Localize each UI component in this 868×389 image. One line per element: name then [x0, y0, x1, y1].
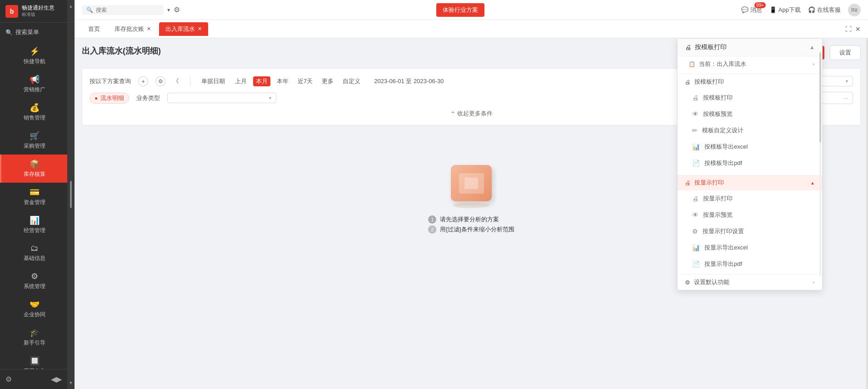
quicknav-label: 快捷导航: [24, 58, 45, 65]
header-settings-icon[interactable]: ⚙: [174, 5, 180, 14]
tab-flow[interactable]: 出入库流水 ✕: [159, 22, 208, 36]
page-scroll-indicator: [866, 38, 868, 389]
dropdown-footer[interactable]: ⚙ 设置默认功能 ▾: [678, 274, 822, 290]
step1-text: 请先选择要分析的方案: [440, 215, 499, 224]
guide-label: 新手引导: [24, 339, 45, 347]
dropdown-header: 🖨 按模板打印 ▲: [678, 39, 822, 56]
header-dropdown-arrow[interactable]: ▾: [167, 7, 170, 13]
sidebar-item-marketing[interactable]: 📢 营销推广: [0, 70, 67, 98]
sidebar-item-sales[interactable]: 💰 销售管理: [0, 98, 67, 126]
item-display-pdf-icon: 📄: [692, 260, 700, 268]
tab-maximize-icon[interactable]: ⛶: [845, 25, 852, 33]
top-header: 🔍 ▾ ⚙ 体验行业方案 💬 消息 99+ 📱 App下载 🎧: [75, 0, 868, 20]
dropdown-item-template-pdf[interactable]: 📄 按模板导出pdf: [678, 155, 822, 171]
guide-icon: 🎓: [30, 328, 40, 338]
message-badge: 99+: [754, 2, 766, 8]
apps-icon: 🔲: [30, 356, 40, 366]
dropdown-item-display-print[interactable]: 🖨 按显示打印: [678, 190, 822, 207]
search-label: 搜索菜单: [15, 28, 39, 36]
sidebar-item-base[interactable]: 🗂 基础信息: [0, 239, 67, 267]
sidebar-item-operation[interactable]: 📊 经营管理: [0, 211, 67, 239]
panel-scrollbar-track: [819, 52, 821, 276]
sidebar-scroll-down[interactable]: ▼: [69, 380, 73, 385]
tab-batch[interactable]: 库存批次账 ✕: [108, 22, 157, 36]
filter-settings-button[interactable]: ⚙: [155, 76, 165, 86]
shortcut-last-month[interactable]: 上月: [232, 76, 249, 86]
app-name: 畅捷通好生意: [22, 5, 55, 12]
dropdown-item-display-settings[interactable]: ⚙ 按显示打印设置: [678, 223, 822, 239]
app-download-item[interactable]: 📱 App下载: [769, 6, 801, 14]
system-icon: ⚙: [31, 271, 38, 281]
display-print-header[interactable]: 🖨 按显示打印 ▲: [678, 175, 822, 190]
phone-icon: 📱: [769, 6, 777, 13]
set-button[interactable]: 设置: [830, 45, 861, 60]
footer-arrow: ▾: [813, 280, 815, 285]
item-template-customize-label: 模板自定义设计: [702, 126, 743, 135]
inventory-label: 库存核算: [24, 170, 45, 178]
item-display-excel-label: 按显示导出excel: [704, 244, 748, 252]
empty-illustration: [444, 158, 499, 208]
collab-icon: 🤝: [30, 299, 40, 309]
shortcut-this-month[interactable]: 本月: [253, 76, 270, 86]
collapse-sidebar-icon[interactable]: ◀▶: [51, 375, 62, 384]
item-display-print-label: 按显示打印: [703, 194, 733, 203]
sidebar-item-inventory[interactable]: 📦 库存核算: [0, 155, 67, 183]
customer-service-item[interactable]: 🎧 在线客服: [808, 6, 841, 14]
finance-label: 资金管理: [24, 199, 45, 206]
search-menu-button[interactable]: 🔍 搜索菜单: [5, 26, 62, 38]
sidebar-item-purchase[interactable]: 🛒 采购管理: [0, 126, 67, 155]
sidebar-item-system[interactable]: ⚙ 系统管理: [0, 267, 67, 295]
header-left: 🔍 ▾ ⚙: [82, 5, 180, 15]
sidebar-item-apps[interactable]: 🔲 应用中心: [0, 351, 67, 369]
shortcut-more[interactable]: 更多: [319, 76, 336, 86]
empty-box-shadow: [453, 203, 489, 208]
system-label: 系统管理: [24, 283, 45, 290]
sidebar-item-collab[interactable]: 🤝 企业协同: [0, 295, 67, 323]
dropdown-collapse-icon[interactable]: ▲: [809, 44, 815, 50]
dropdown-item-display-excel[interactable]: 📊 按显示导出excel: [678, 239, 822, 256]
business-type-label: 业务类型: [136, 94, 160, 102]
sidebar-item-quicknav[interactable]: ⚡ 快捷导航: [0, 42, 67, 70]
shortcut-7days[interactable]: 近7天: [295, 76, 315, 86]
dropdown-item-display-preview[interactable]: 👁 按显示预览: [678, 207, 822, 223]
template-print-header[interactable]: 🖨 按模板打印: [678, 74, 822, 90]
shortcut-custom[interactable]: 自定义: [340, 76, 363, 86]
dropdown-item-template-excel[interactable]: 📊 按模板导出excel: [678, 139, 822, 155]
header-search-input[interactable]: [96, 7, 159, 13]
empty-step-2: 2 用[过滤]条件来缩小分析范围: [428, 225, 514, 234]
sidebar-scroll-up[interactable]: ▲: [69, 4, 73, 9]
filter-tag-text: 流水明细: [100, 94, 124, 102]
filter-collapse-icon[interactable]: 《: [173, 77, 179, 85]
dropdown-item-display-pdf[interactable]: 📄 按显示导出pdf: [678, 256, 822, 272]
marketing-icon: 📢: [30, 75, 40, 85]
tab-home[interactable]: 首页: [82, 22, 106, 36]
sidebar-nav: ⚡ 快捷导航 📢 营销推广 💰 销售管理 🛒 采购管理 📦 库存核算 💳: [0, 42, 67, 369]
business-type-select[interactable]: ▾: [167, 93, 276, 103]
user-avatar[interactable]: Rit: [848, 4, 861, 16]
message-item[interactable]: 💬 消息 99+: [741, 6, 762, 14]
item-display-settings-label: 按显示打印设置: [703, 227, 744, 235]
filter-add-button[interactable]: +: [138, 76, 148, 86]
trial-button[interactable]: 体验行业方案: [436, 3, 484, 17]
dropdown-title-text: 按模板打印: [695, 43, 727, 51]
business-type-arrow: ▾: [269, 95, 271, 100]
collapse-button[interactable]: ⌃ 收起更多条件: [450, 110, 493, 118]
tab-flow-close[interactable]: ✕: [198, 26, 202, 32]
dropdown-item-template-print[interactable]: 🖨 按模板打印: [678, 90, 822, 106]
sidebar-item-guide[interactable]: 🎓 新手引导: [0, 323, 67, 351]
customer-service-label: 在线客服: [817, 6, 841, 14]
headset-icon: 🎧: [808, 6, 815, 13]
sidebar-search-section: 🔍 搜索菜单: [0, 23, 67, 42]
tab-close-all-icon[interactable]: ✕: [855, 25, 861, 33]
current-selection-item[interactable]: 📋 当前：出入库流水 ▾: [678, 56, 822, 72]
tab-batch-close[interactable]: ✕: [147, 26, 151, 32]
settings-bottom-icon[interactable]: ⚙: [5, 375, 12, 384]
step2-text: 用[过滤]条件来缩小分析范围: [440, 225, 514, 234]
shortcut-this-year[interactable]: 本年: [274, 76, 291, 86]
item-display-print-icon: 🖨: [692, 195, 698, 202]
dropdown-item-template-preview[interactable]: 👁 按模板预览: [678, 106, 822, 122]
print-dropdown-panel: 🖨 按模板打印 ▲ 📋 当前：出入库流水 ▾: [677, 38, 823, 290]
dropdown-item-template-customize[interactable]: ✏ 模板自定义设计: [678, 122, 822, 139]
sidebar-item-finance[interactable]: 💳 资金管理: [0, 183, 67, 211]
sales-label: 销售管理: [24, 114, 45, 122]
